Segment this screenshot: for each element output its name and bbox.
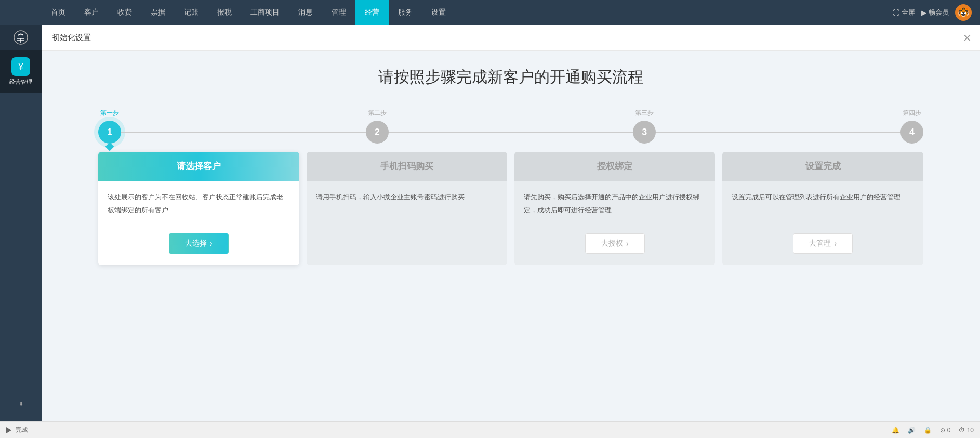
nav-item-bookkeep[interactable]: 记账 <box>175 0 208 25</box>
nav-item-tax[interactable]: 报税 <box>208 0 241 25</box>
sidebar: ¥ 经营管理 ⬇ ◎ <box>0 25 42 438</box>
step-card-3: 授权绑定 请先购买，购买后选择开通的产品中的企业用户进行授权绑定，成功后即可进行… <box>514 152 715 265</box>
app-wrapper: 首页 客户 收费 票据 记账 报税 工商项目 消息 管理 经营 服务 设置 ⛶ … <box>0 0 980 438</box>
logo-icon <box>14 30 28 45</box>
nav-item-operation[interactable]: 经营 <box>355 0 389 25</box>
cards-row: 请选择客户 该处展示的客户为不在回收站、客户状态正常建账后完成老板端绑定的所有客… <box>62 152 959 265</box>
page-title: 初始化设置 <box>52 33 91 43</box>
card-footer-1: 去选择 › <box>98 227 299 265</box>
nav-item-service[interactable]: 服务 <box>389 0 422 25</box>
fullscreen-button[interactable]: ⛶ 全屏 <box>893 8 915 17</box>
step-node-3: 第三步 3 <box>633 109 656 144</box>
step-circle-2: 2 <box>366 121 389 144</box>
download-icon: ⬇ <box>19 401 23 407</box>
sidebar-logo <box>0 25 42 50</box>
timer-icon: ⏱ 10 <box>959 427 974 434</box>
steps-row: 第一步 1 第二步 2 <box>62 109 959 144</box>
step4-button[interactable]: 去管理 › <box>793 233 853 254</box>
step-number-3: 3 <box>642 127 647 138</box>
card-footer-4: 去管理 › <box>722 227 923 265</box>
status-right: 🔔 🔊 🔒 ⊙ 0 ⏱ 10 <box>892 427 974 434</box>
card-header-4: 设置完成 <box>722 152 923 181</box>
step-node-1: 第一步 1 <box>98 109 121 144</box>
volume-icon: 🔊 <box>908 427 916 434</box>
sidebar-item-label: 经营管理 <box>9 78 32 86</box>
step-number-4: 4 <box>909 127 915 138</box>
nav-item-client[interactable]: 客户 <box>75 0 108 25</box>
sidebar-item-operation[interactable]: ¥ 经营管理 <box>0 50 42 93</box>
step3-button-label: 去授权 <box>601 239 623 248</box>
status-left: 完成 <box>6 426 28 434</box>
step-card-4: 设置完成 设置完成后可以在管理列表进行所有企业用户的经营管理 去管理 › <box>722 152 923 265</box>
main-content: 请按照步骤完成新客户的开通购买流程 第一步 1 第二步 <box>42 51 980 438</box>
nav-item-bill[interactable]: 票据 <box>141 0 175 25</box>
card-footer-2 <box>307 248 507 265</box>
step-circle-3: 3 <box>633 121 656 144</box>
nav-item-manage[interactable]: 管理 <box>322 0 355 25</box>
card-body-1: 该处展示的客户为不在回收站、客户状态正常建账后完成老板端绑定的所有客户 <box>98 181 299 227</box>
step-label-3: 第三步 <box>635 109 654 118</box>
card-body-4: 设置完成后可以在管理列表进行所有企业用户的经营管理 <box>722 181 923 227</box>
main-heading: 请按照步骤完成新客户的开通购买流程 <box>62 67 959 88</box>
step-card-1: 请选择客户 该处展示的客户为不在回收站、客户状态正常建账后完成老板端绑定的所有客… <box>98 152 299 265</box>
sidebar-download-button[interactable]: ⬇ <box>0 394 42 414</box>
top-nav: 首页 客户 收费 票据 记账 报税 工商项目 消息 管理 经营 服务 设置 ⛶ … <box>0 0 980 25</box>
member-button[interactable]: ▶ 畅会员 <box>921 8 949 17</box>
status-bar: 完成 🔔 🔊 🔒 ⊙ 0 ⏱ 10 <box>0 421 980 438</box>
user-avatar[interactable]: 🐯 <box>955 4 972 21</box>
card-body-3: 请先购买，购买后选择开通的产品中的企业用户进行授权绑定，成功后即可进行经营管理 <box>514 181 715 227</box>
member-label: 畅会员 <box>929 8 949 17</box>
bell-icon: 🔔 <box>892 427 899 434</box>
step-connector-2 <box>389 132 633 133</box>
status-label: 完成 <box>16 426 28 434</box>
step-card-2: 手机扫码购买 请用手机扫码，输入小微企业主账号密码进行购买 <box>307 152 507 265</box>
notification-count: ⊙ 0 <box>940 427 950 434</box>
operation-icon: ¥ <box>11 57 30 76</box>
nav-items: 首页 客户 收费 票据 记账 报税 工商项目 消息 管理 经营 服务 设置 <box>42 0 893 25</box>
page-area: 初始化设置 ✕ 请按照步骤完成新客户的开通购买流程 第一步 1 <box>42 25 980 438</box>
step-node-4: 第四步 4 <box>900 109 923 144</box>
nav-item-settings[interactable]: 设置 <box>422 0 455 25</box>
step1-button-label: 去选择 <box>185 239 207 248</box>
card-footer-3: 去授权 › <box>514 227 715 265</box>
nav-item-industry[interactable]: 工商项目 <box>241 0 289 25</box>
fullscreen-icon: ⛶ <box>893 9 899 17</box>
step-label-4: 第四步 <box>903 109 921 118</box>
page-header: 初始化设置 ✕ <box>42 25 980 51</box>
step4-button-label: 去管理 <box>809 239 831 248</box>
step1-button[interactable]: 去选择 › <box>169 233 229 254</box>
fullscreen-label: 全屏 <box>902 8 915 17</box>
step-label-1: 第一步 <box>100 109 119 118</box>
nav-item-home[interactable]: 首页 <box>42 0 75 25</box>
step-label-2: 第二步 <box>368 109 387 118</box>
step-circle-4: 4 <box>900 121 923 144</box>
step3-button-icon: › <box>626 239 629 248</box>
close-button[interactable]: ✕ <box>963 33 972 43</box>
card-header-2: 手机扫码购买 <box>307 152 507 181</box>
step-connector-1 <box>121 132 366 133</box>
nav-right: ⛶ 全屏 ▶ 畅会员 🐯 <box>893 4 980 21</box>
nav-item-message[interactable]: 消息 <box>289 0 322 25</box>
card-header-3: 授权绑定 <box>514 152 715 181</box>
play-icon <box>6 427 11 433</box>
step3-button[interactable]: 去授权 › <box>585 233 645 254</box>
card-header-1: 请选择客户 <box>98 152 299 181</box>
step-circle-1: 1 <box>98 121 121 144</box>
play-icon: ▶ <box>921 9 926 17</box>
step-number-2: 2 <box>375 127 380 138</box>
card-body-2: 请用手机扫码，输入小微企业主账号密码进行购买 <box>307 181 507 248</box>
step-node-2: 第二步 2 <box>366 109 389 144</box>
nav-item-fee[interactable]: 收费 <box>108 0 141 25</box>
body-area: ¥ 经营管理 ⬇ ◎ 初始化设置 ✕ 请按照步骤完成新客户的开通购买流程 <box>0 25 980 438</box>
step4-button-icon: › <box>834 239 837 248</box>
step1-button-icon: › <box>210 239 213 248</box>
step-number-1: 1 <box>107 127 112 138</box>
lock-icon: 🔒 <box>924 427 932 434</box>
step-connector-3 <box>656 132 900 133</box>
